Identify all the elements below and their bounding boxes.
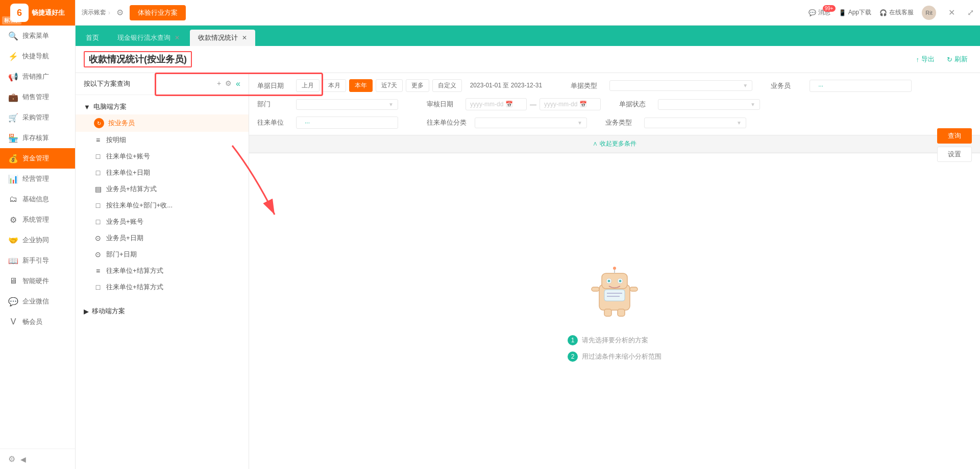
scheme-item-unit-dept[interactable]: □ 按往来单位+部门+收... xyxy=(76,197,249,214)
active-dot: ↻ xyxy=(94,118,104,128)
scheme-item-by-salesman[interactable]: ↻ 按业务员 xyxy=(76,114,249,132)
sidebar: 6 畅捷通好生 标准版 🔍 搜索菜单⚡ 快捷导航📢 营销推广💼 销售管理🛒 采购… xyxy=(0,0,76,469)
scheme-item-salesman-account[interactable]: □ 业务员+账号 xyxy=(76,214,249,230)
window-close-button[interactable]: ✕ xyxy=(948,8,955,17)
add-scheme-button[interactable]: + xyxy=(217,79,221,88)
pc-group-title[interactable]: ▼ 电脑端方案 xyxy=(76,99,249,114)
tab-bank[interactable]: 现金银行流水查询 ✕ xyxy=(109,30,188,46)
scheme-item-label: 业务员+结算方式 xyxy=(106,184,157,194)
scheme-item-unit-date[interactable]: □ 往来单位+日期 xyxy=(76,165,249,181)
sidebar-item-purchase[interactable]: 🛒 采购管理 xyxy=(0,107,75,128)
app-download-button[interactable]: 📱 App下载 xyxy=(839,8,871,17)
sidebar-item-hardware[interactable]: 🖥 智能硬件 xyxy=(0,271,75,291)
collapse-panel-icon[interactable]: « xyxy=(236,79,240,88)
header-settings-icon[interactable]: ⚙ xyxy=(116,8,124,17)
refresh-icon: ↻ xyxy=(947,56,952,63)
salesman-label: 业务员 xyxy=(771,81,801,90)
date-btn-last-month[interactable]: 上月 xyxy=(296,79,320,92)
scheme-item-dept-date[interactable]: ⊙ 部门+日期 xyxy=(76,246,249,263)
collapse-bar[interactable]: ∧ 收起更多条件 xyxy=(249,135,980,153)
salesman-more-btn[interactable]: ··· xyxy=(818,82,823,89)
online-service-button[interactable]: 🎧 在线客服 xyxy=(879,8,914,17)
mobile-group-title[interactable]: ▶ 移动端方案 xyxy=(76,303,249,319)
tab-collection-close[interactable]: ✕ xyxy=(242,34,247,41)
partner-more-btn[interactable]: ··· xyxy=(305,119,310,126)
sidebar-item-warehouse[interactable]: 🏪 库存核算 xyxy=(0,128,75,148)
date-dash: — xyxy=(530,101,536,108)
edition-badge: 标准版 xyxy=(2,16,21,25)
date-btn-this-year[interactable]: 本年 xyxy=(349,79,373,92)
pc-group-arrow: ▼ xyxy=(84,103,90,111)
messages-button[interactable]: 💬 消息 99+ xyxy=(808,8,830,17)
audit-date-to[interactable]: yyyy-mm-dd 📅 xyxy=(540,98,601,110)
settings-icon[interactable]: ⚙ xyxy=(8,454,15,464)
date-btn-more[interactable]: 更多 xyxy=(406,79,429,92)
sidebar-item-basic[interactable]: 🗂 基础信息 xyxy=(0,189,75,209)
sidebar-item-wechat[interactable]: 💬 企业微信 xyxy=(0,291,75,312)
unit-dept-icon: □ xyxy=(94,201,102,209)
marketing-icon: 📢 xyxy=(8,72,18,82)
salesman-select[interactable]: ··· xyxy=(810,80,912,92)
sidebar-item-capital[interactable]: 💰 资金管理 xyxy=(0,148,75,169)
sidebar-item-sales[interactable]: 💼 销售管理 xyxy=(0,87,75,107)
user-avatar[interactable]: Rit xyxy=(922,6,936,20)
sidebar-item-label-hardware: 智能硬件 xyxy=(22,276,49,286)
scheme-item-unit-account[interactable]: □ 往来单位+账号 xyxy=(76,148,249,165)
scheme-item-label: 部门+日期 xyxy=(106,250,137,259)
query-button[interactable]: 查询 xyxy=(937,128,972,144)
partner-category-select[interactable]: ▼ xyxy=(475,118,587,128)
page-title: 收款情况统计(按业务员) xyxy=(84,51,192,67)
scheme-item-by-detail[interactable]: ≡ 按明细 xyxy=(76,132,249,148)
sidebar-item-vip[interactable]: V 畅会员 xyxy=(0,312,75,332)
filter-settings-button[interactable]: 设置 xyxy=(937,147,972,162)
system-icon: ⚙ xyxy=(8,215,18,225)
audit-date-inputs: yyyy-mm-dd 📅 — yyyy-mm-dd 📅 xyxy=(465,98,601,110)
sidebar-item-marketing[interactable]: 📢 营销推广 xyxy=(0,66,75,87)
scheme-settings-icon[interactable]: ⚙ xyxy=(225,79,232,88)
scheme-item-unit-method2[interactable]: □ 往来单位+结算方式 xyxy=(76,279,249,295)
header-right: 💬 消息 99+ 📱 App下载 🎧 在线客服 Rit ✕ ⤢ xyxy=(808,6,974,20)
tip-num-1: 1 xyxy=(568,335,578,345)
svg-rect-11 xyxy=(618,309,625,316)
sidebar-nav: 🔍 搜索菜单⚡ 快捷导航📢 营销推广💼 销售管理🛒 采购管理🏪 库存核算💰 资金… xyxy=(0,26,75,449)
mobile-group-label: 移动端方案 xyxy=(92,307,125,316)
collapse-text: ∧ 收起更多条件 xyxy=(593,140,636,147)
tab-home[interactable]: 首页 xyxy=(78,30,107,46)
doc-status-select[interactable]: ▼ xyxy=(658,99,760,110)
date-btn-custom[interactable]: 自定义 xyxy=(432,79,462,92)
scheme-item-salesman-date[interactable]: ⊙ 业务员+日期 xyxy=(76,230,249,246)
mobile-scheme-group: ▶ 移动端方案 xyxy=(76,299,249,323)
warehouse-icon: 🏪 xyxy=(8,133,18,143)
sidebar-item-business[interactable]: 📊 经营管理 xyxy=(0,169,75,189)
sidebar-item-guide[interactable]: 📖 新手引导 xyxy=(0,250,75,271)
date-btn-7days[interactable]: 近7天 xyxy=(376,79,403,92)
biz-type-select[interactable]: ▼ xyxy=(644,118,746,128)
tab-bank-close[interactable]: ✕ xyxy=(175,34,180,41)
tip-num-2: 2 xyxy=(568,351,578,362)
audit-date-from[interactable]: yyyy-mm-dd 📅 xyxy=(465,98,527,110)
export-icon: ↑ xyxy=(916,56,920,63)
vip-icon: V xyxy=(8,317,18,327)
sidebar-item-quicknav[interactable]: ⚡ 快捷导航 xyxy=(0,46,75,66)
empty-tips: 1 请先选择要分析的方案 2 用过滤条件来缩小分析范围 xyxy=(568,335,662,362)
doc-type-select[interactable]: ▼ xyxy=(609,80,752,91)
partner-select[interactable]: ··· xyxy=(296,116,398,129)
window-maximize-button[interactable]: ⤢ xyxy=(967,8,974,17)
sidebar-item-search[interactable]: 🔍 搜索菜单 xyxy=(0,26,75,46)
dept-select[interactable]: ▼ xyxy=(296,99,398,110)
message-badge: 99+ xyxy=(823,5,836,12)
tab-bar: 首页 现金银行流水查询 ✕ 收款情况统计 ✕ xyxy=(76,26,980,46)
tab-collection[interactable]: 收款情况统计 ✕ xyxy=(190,30,255,46)
date-range-display: 2023-01-01 至 2023-12-31 xyxy=(470,81,542,90)
svg-rect-12 xyxy=(604,290,625,301)
scheme-item-salesman-method[interactable]: ▤ 业务员+结算方式 xyxy=(76,181,249,197)
trial-button[interactable]: 体验行业方案 xyxy=(130,5,186,20)
collapse-sidebar-icon[interactable]: ◀ xyxy=(20,455,26,463)
svg-point-5 xyxy=(619,280,622,283)
sidebar-item-company[interactable]: 🤝 企业协同 xyxy=(0,230,75,250)
refresh-button[interactable]: ↻ 刷新 xyxy=(943,53,972,66)
scheme-item-unit-method1[interactable]: ≡ 往来单位+结算方式 xyxy=(76,263,249,279)
export-button[interactable]: ↑ 导出 xyxy=(912,53,939,66)
sidebar-item-system[interactable]: ⚙ 系统管理 xyxy=(0,209,75,230)
date-btn-this-month[interactable]: 本月 xyxy=(323,79,346,92)
